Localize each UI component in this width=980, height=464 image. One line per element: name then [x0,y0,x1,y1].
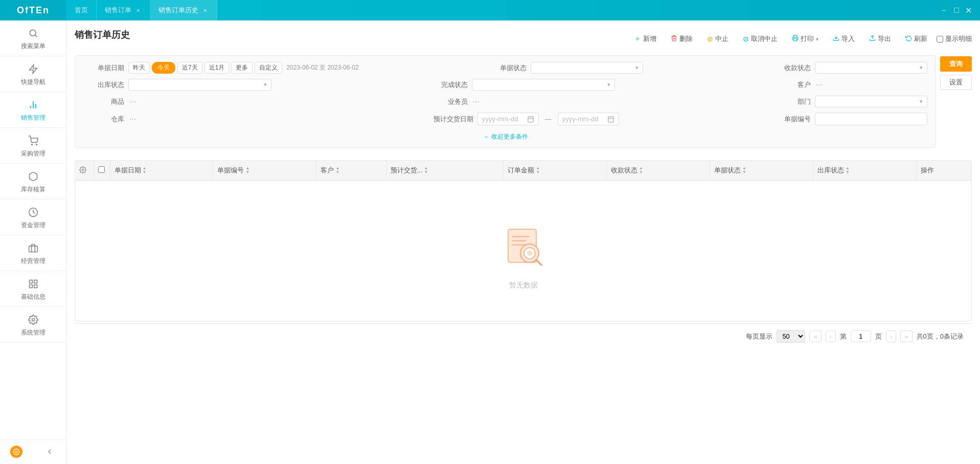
receipt-status-select[interactable]: ▾ [815,62,927,74]
export-icon [869,35,876,43]
tab-home-label: 首页 [75,6,88,15]
stop-button[interactable]: ⊘ 中止 [702,32,734,46]
warehouse-select[interactable]: ··· [129,115,136,124]
svg-rect-13 [34,285,37,288]
refresh-button[interactable]: 刷新 [900,32,932,46]
complete-status-select[interactable]: ▾ [472,79,615,91]
svg-rect-30 [512,240,526,241]
display-toggle-checkbox[interactable] [937,36,943,42]
table-header-row: 单据日期 ▲▼ 单据编号 ▲▼ 客户 [75,161,971,181]
th-customer[interactable]: 客户 ▲▼ [316,161,386,181]
dept-select[interactable]: ▾ [815,96,927,107]
sidebar-item-sales-mgmt-label: 销售管理 [21,114,45,122]
th-bill-status[interactable]: 单据状态 ▲▼ [710,161,813,181]
svg-point-7 [36,144,37,145]
sidebar-item-system[interactable]: 系统管理 [0,307,66,343]
th-settings[interactable] [75,161,94,181]
date-btn-today[interactable]: 今天 [152,62,175,74]
date-btn-more[interactable]: 更多 [231,62,253,74]
page-size-select[interactable]: 50 10 20 100 [777,330,805,343]
tab-sales-order-history[interactable]: 销售订单历史 ✕ [150,0,217,20]
export-button[interactable]: 导出 [864,32,896,46]
th-bill-no[interactable]: 单据编号 ▲▼ [213,161,316,181]
gear-icon [28,314,39,325]
bill-no-input[interactable] [815,113,927,125]
maximize-btn[interactable]: □ [954,6,959,15]
sidebar-settings-btn[interactable] [10,446,22,458]
import-button[interactable]: 导入 [828,32,860,46]
svg-point-6 [31,144,32,145]
sidebar-item-basic-info[interactable]: 基础信息 [0,271,66,307]
sidebar-item-search-menu[interactable]: 搜索菜单 [0,20,66,56]
sidebar-item-finance-label: 资金管理 [21,221,45,230]
expected-date-end[interactable]: yyyy-mm-dd [558,113,619,125]
th-expected-delivery[interactable]: 预计交货... ▲▼ [386,161,503,181]
th-receipt-status[interactable]: 收款状态 ▲▼ [607,161,710,181]
grid-icon [28,278,39,290]
last-page-btn[interactable]: » [900,330,912,342]
customer-select[interactable]: ··· [816,80,823,90]
filter-area: 单据日期 昨天 今天 近7天 近1月 更多 自定义 2023-06-02 至 2… [75,55,936,148]
delete-icon [671,35,677,43]
tab-sales-order-close[interactable]: ✕ [134,7,142,14]
svg-point-0 [30,30,36,36]
cancel-stop-button[interactable]: ⊘ 取消中止 [738,32,783,46]
select-all-checkbox[interactable] [98,166,105,173]
tab-sales-order[interactable]: 销售订单 ✕ [97,0,150,20]
sidebar-item-quick-nav[interactable]: 快捷导航 [0,56,66,92]
date-btn-7days[interactable]: 近7天 [177,62,202,74]
delete-button[interactable]: 删除 [666,32,698,46]
sidebar-item-operations-label: 经营管理 [21,257,45,266]
svg-rect-10 [29,280,32,283]
date-btn-1month[interactable]: 近1月 [204,62,230,74]
out-status-select[interactable]: ▾ [128,79,271,91]
tab-sales-order-label: 销售订单 [105,6,131,15]
empty-illustration [498,222,549,273]
query-button[interactable]: 查询 [940,56,972,72]
product-label: 商品 [83,97,124,106]
sidebar-item-sales-mgmt[interactable]: 销售管理 [0,92,66,128]
tab-sales-order-history-close[interactable]: ✕ [201,7,209,14]
th-action: 操作 [917,161,971,181]
sidebar-item-search-menu-label: 搜索菜单 [21,42,45,51]
sidebar-item-quick-nav-label: 快捷导航 [21,78,45,86]
product-select[interactable]: ··· [129,97,136,106]
salesman-select[interactable]: ··· [473,97,480,106]
complete-status-arrow: ▾ [607,81,610,88]
sidebar-item-operations[interactable]: 经营管理 [0,235,66,271]
current-page-input[interactable] [851,330,871,342]
th-checkbox[interactable] [94,161,110,181]
warehouse-label: 仓库 [83,115,124,124]
dept-arrow: ▾ [920,98,923,105]
svg-rect-19 [528,117,533,122]
th-order-amount[interactable]: 订单金额 ▲▼ [504,161,607,181]
sidebar-item-inventory[interactable]: 库存核算 [0,164,66,200]
sidebar-collapse-btn[interactable] [43,446,56,458]
out-status-arrow: ▾ [264,81,267,88]
briefcase-icon [28,242,39,254]
set-button[interactable]: 设置 [940,75,972,90]
data-table-wrap: 单据日期 ▲▼ 单据编号 ▲▼ 客户 [75,160,972,321]
th-bill-date[interactable]: 单据日期 ▲▼ [110,161,213,181]
print-button[interactable]: 打印 [787,32,824,46]
sidebar-item-purchase-mgmt[interactable]: 采购管理 [0,128,66,164]
first-page-btn[interactable]: « [809,330,821,342]
refresh-icon [905,35,912,43]
date-btn-custom[interactable]: 自定义 [255,62,282,74]
date-range-text: 2023-06-02 至 2023-06-02 [286,63,358,72]
collapse-more-btn[interactable]: 收起更多条件 [83,130,927,141]
data-table: 单据日期 ▲▼ 单据编号 ▲▼ 客户 [75,161,971,321]
sidebar-item-inventory-label: 库存核算 [21,185,45,194]
bill-status-select[interactable]: ▾ [531,62,643,74]
new-button[interactable]: ＋ 新增 [629,32,662,46]
tab-home[interactable]: 首页 [66,0,97,20]
expected-date-start[interactable]: yyyy-mm-dd [477,113,539,125]
minimize-btn[interactable]: － [940,5,948,16]
svg-rect-29 [512,236,530,237]
close-btn[interactable]: ✕ [965,6,972,15]
date-btn-yesterday[interactable]: 昨天 [128,62,150,74]
prev-page-btn[interactable]: ‹ [826,330,836,342]
th-out-status[interactable]: 出库状态 ▲▼ [813,161,917,181]
sidebar-item-finance[interactable]: 资金管理 [0,200,66,235]
next-page-btn[interactable]: › [886,330,896,342]
